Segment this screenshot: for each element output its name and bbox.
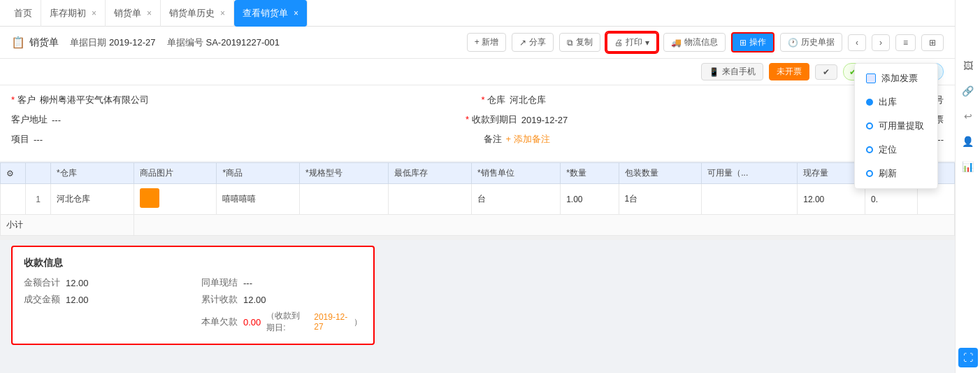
tab-home-label: 首页 [14,7,32,20]
row-qty: 1.00 [561,184,619,215]
tab-view-sales-label: 查看销货单 [243,7,288,20]
row-product-img [134,184,217,215]
dropdown-add-invoice[interactable]: 添加发票 [855,66,937,90]
row-min-stock [389,184,472,215]
grid-view-button[interactable]: ⊞ [921,34,944,51]
outbound-icon [866,99,873,106]
prev-button[interactable]: ‹ [848,34,866,51]
warehouse-value[interactable]: 河北仓库 [510,94,546,106]
tab-sales-order[interactable]: 销货单 × [106,0,161,27]
not-opened-label: 未开票 [777,66,802,78]
main-wrapper: 📋 销货单 单据日期 2019-12-27 单据编号 SA-20191227-0… [0,27,980,373]
total-amount-item: 金额合计 12.00 [24,276,185,289]
form-row-1: * 客户 柳州粤港平安气体有限公司 * 仓库 河北仓库 业务员 演示账号 [11,94,944,106]
dropdown-refresh[interactable]: 刷新 [855,162,937,185]
doc-icon: 📋 [11,36,25,49]
current-due-item [24,310,185,334]
print-label: 打印 [626,36,642,48]
accumulated-item: 累计收款 12.00 [201,293,362,306]
next-button[interactable]: › [872,34,890,51]
accumulated-label: 累计收款 [201,293,238,306]
warehouse-field: * 仓库 河北仓库 [482,94,547,106]
same-order-label: 同单现结 [201,276,238,289]
logistics-button[interactable]: 🚚 物流信息 [663,33,726,52]
tab-sales-history[interactable]: 销货单历史 × [161,0,234,27]
current-due-value: 0.00 [243,317,261,328]
due-note-close: ） [354,316,362,328]
doc-actions: + 新增 ↗ 分享 ⧉ 复制 🖨 打印 ▾ 🚚 物流信息 [467,32,944,52]
products-table: ⚙ *仓库 商品图片 *商品 *规格型号 最低库存 *销售单位 *数量 包装数量… [0,162,955,236]
doc-date-label: 单据日期 [70,36,106,49]
address-value[interactable]: --- [52,115,164,125]
table-row: 1 河北仓库 嘻嘻嘻嘻 台 1.00 1台 12.00 0. [1,184,955,215]
form-section: * 客户 柳州粤港平安气体有限公司 * 仓库 河北仓库 业务员 演示账号 客户地… [0,85,955,161]
sidebar-icon-link[interactable]: 🔗 [958,81,978,101]
new-button[interactable]: + 新增 [467,33,506,52]
sidebar-icon-chart[interactable]: 📊 [958,157,978,176]
tab-home[interactable]: 首页 [6,0,41,27]
subtotal-row: 小计 [1,215,955,236]
locate-label: 定位 [879,143,897,156]
table-scroll-bar[interactable] [0,236,955,240]
from-phone-button[interactable]: 📱 来自手机 [701,63,763,80]
share-button[interactable]: ↗ 分享 [512,33,554,52]
history-label: 历史单据 [801,36,835,48]
tab-bar: 首页 库存期初 × 销货单 × 销货单历史 × 查看销货单 × ✕ [0,0,980,27]
sidebar-icon-image[interactable]: 🖼 [958,56,978,76]
dropdown-outbound[interactable]: 出库 [855,90,937,114]
col-pack-qty: 包装数量 [619,163,702,184]
copy-label: 复制 [576,36,593,48]
list-view-button[interactable]: ≡ [895,34,916,51]
tab-view-sales[interactable]: 查看销货单 × [234,0,308,27]
note-label: 备注 [484,133,502,146]
logistics-icon: 🚚 [671,38,682,48]
address-label: 客户地址 [11,113,48,126]
tab-sales-order-close[interactable]: × [147,8,152,18]
tab-sales-order-label: 销货单 [114,7,141,20]
customer-value[interactable]: 柳州粤港平安气体有限公司 [40,94,152,106]
sidebar-icon-user[interactable]: 👤 [958,132,978,151]
customer-field: * 客户 柳州粤港平安气体有限公司 [11,94,152,106]
col-settings: ⚙ [1,163,26,184]
footer-grid: 金额合计 12.00 同单现结 --- 成交金额 12.00 累计收款 12.0… [24,276,362,334]
tab-sales-history-close[interactable]: × [220,8,225,18]
sidebar-icon-back[interactable]: ↩ [958,106,978,126]
sidebar-icon-expand[interactable]: ⛶ [958,348,978,367]
confirm-button[interactable]: ✔ [815,64,837,80]
customer-label: * 客户 [11,94,36,106]
content-area: 📋 销货单 单据日期 2019-12-27 单据编号 SA-20191227-0… [0,27,980,373]
project-label: 项目 [11,133,29,146]
doc-date-value: 2019-12-27 [109,37,156,48]
add-note-button[interactable]: + 添加备注 [506,133,550,146]
table-section: ⚙ *仓库 商品图片 *商品 *规格型号 最低库存 *销售单位 *数量 包装数量… [0,162,955,240]
doc-title-section: 📋 销货单 [11,36,59,49]
address-field: 客户地址 --- [11,113,164,126]
tab-inventory-init-close[interactable]: × [92,8,96,18]
operate-button[interactable]: ⊞ 操作 [731,32,774,52]
col-product-img: 商品图片 [134,163,217,184]
dropdown-available-extract[interactable]: 可用量提取 [855,114,937,138]
due-date: 2019-12-27 [314,312,348,332]
project-value[interactable]: --- [34,134,145,145]
total-amount-label: 金额合计 [24,276,60,289]
print-button[interactable]: 🖨 打印 ▾ [606,32,658,52]
tab-inventory-init[interactable]: 库存期初 × [41,0,106,27]
tab-view-sales-close[interactable]: × [294,8,298,18]
refresh-icon [866,170,873,177]
subtotal-values [134,215,954,236]
not-opened-button[interactable]: 未开票 [769,63,809,80]
doc-title-text: 销货单 [29,36,59,49]
copy-button[interactable]: ⧉ 复制 [559,33,600,52]
col-product: *商品 [217,163,300,184]
print-dropdown-arrow: ▾ [645,38,649,48]
table-header-row: ⚙ *仓库 商品图片 *商品 *规格型号 最低库存 *销售单位 *数量 包装数量… [1,163,955,184]
transaction-value: 12.00 [66,295,89,305]
row-available [702,184,798,215]
form-row-2: 客户地址 --- * 收款到期日 2019-12-27 * 票据类型 不开票 [11,113,944,126]
history-button[interactable]: 🕐 历史单据 [780,33,842,52]
share-label: 分享 [529,36,546,48]
transaction-label: 成交金额 [24,293,60,306]
payment-date-value[interactable]: 2019-12-27 [521,115,568,125]
payment-date-label: * 收款到期日 [466,113,517,126]
dropdown-locate[interactable]: 定位 [855,138,937,162]
